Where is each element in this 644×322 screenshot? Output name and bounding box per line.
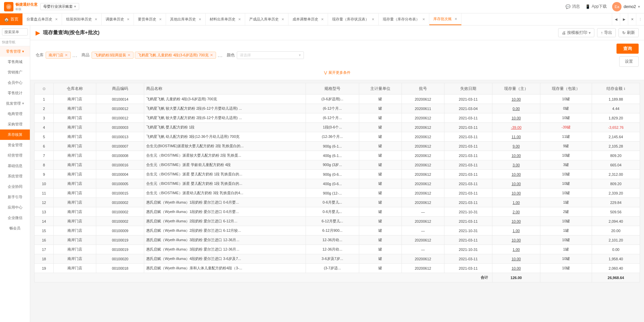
sidebar-item-app-center[interactable]: 应用中心 (0, 202, 30, 213)
tab-xian-cun-1[interactable]: 现存量（库存状况表） ✕ (328, 13, 379, 25)
row-balance: 2,105.28 (592, 142, 640, 151)
messages-button[interactable]: 💬 消息 (566, 4, 580, 9)
sidebar-item-basics[interactable]: 基础信息 (0, 161, 30, 171)
row-unit: 罐 (359, 123, 401, 132)
tab-close-icon[interactable]: ✕ (159, 17, 162, 21)
row-stock-main[interactable]: 10.00 (492, 179, 540, 189)
tab-close-icon[interactable]: ✕ (321, 17, 324, 21)
tab-qi-ta-chu[interactable]: 其他出库单历史 ✕ (166, 13, 206, 25)
sidebar-item-member[interactable]: 会员中心 (0, 77, 30, 88)
row-stock-main[interactable]: -39.00 (492, 123, 540, 132)
tab-pi-ci[interactable]: 库存批次账 ✕ (429, 13, 462, 25)
tab-yao-huo[interactable]: 要货单历史 ✕ (134, 13, 166, 25)
row-balance: -3,652.76 (592, 123, 640, 132)
sidebar-item-retail-stats[interactable]: 零售统计 (0, 88, 30, 98)
row-stock-main[interactable]: 10.00 (492, 151, 540, 160)
row-stock-main[interactable]: 10.00 (492, 170, 540, 179)
tab-xian-cun-2[interactable]: 现存量（库存分布表） ✕ (379, 13, 429, 25)
breadcrumb-dropdown[interactable]: 母婴行业演示账套 ▾ (40, 3, 79, 10)
tab-close-icon[interactable]: ✕ (238, 17, 241, 21)
tab-zu-zhuai[interactable]: 组装拆卸单历史 ✕ (62, 13, 102, 25)
row-stock-main[interactable]: 10.00 (492, 189, 540, 198)
row-balance: 2,312.00 (592, 170, 640, 179)
product-tag-2[interactable]: 飞鹤星飞帆 儿童奶粉 4段(3-6岁适用) 700克 ✕ (135, 52, 216, 59)
tab-cai-liao[interactable]: 材料出库单历史 ✕ (206, 13, 245, 25)
row-stock-main[interactable]: 1.00 (492, 198, 540, 207)
row-warehouse: 南岸门店 (54, 189, 96, 198)
sidebar-item-purchase[interactable]: 采购管理 (0, 119, 30, 129)
top-bar-left: 好 畅捷通好生意 标版 母婴行业演示账套 ▾ (4, 2, 79, 11)
page-actions: 🖨 按模板打印 ▾ ↑ 导出 ↻ 刷新 (558, 28, 639, 37)
sidebar-item-retail-shop[interactable]: 零售商城 (0, 57, 30, 67)
tab-home[interactable]: 🏠 首页 (0, 13, 22, 25)
tab-close-icon[interactable]: ✕ (199, 17, 201, 21)
sidebar-item-retail-mgmt[interactable]: 零售管理 ▾ (0, 46, 30, 57)
user-area[interactable]: Ea demo2 ▾ (612, 2, 640, 11)
export-button[interactable]: ↑ 导出 (597, 28, 616, 37)
sidebar-item-system[interactable]: 系统管理 (0, 171, 30, 181)
tab-close-icon[interactable]: ✕ (55, 17, 58, 21)
search-input[interactable] (2, 28, 28, 36)
sidebar-item-enterprise[interactable]: 企业协同 (0, 181, 30, 192)
tab-close-icon[interactable]: ✕ (95, 17, 97, 21)
row-stock-main[interactable]: 2.00 (492, 207, 540, 217)
tab-chan-pin[interactable]: 产成品入库单历史 ✕ (245, 13, 288, 25)
settings-icon[interactable]: ⚙ (42, 87, 46, 91)
row-warehouse: 南岸门店 (54, 264, 96, 273)
row-num: 9 (35, 170, 54, 179)
tab-close-icon[interactable]: ✕ (372, 17, 374, 21)
sidebar-item-corp-wechat[interactable]: 企业微信 (0, 213, 30, 223)
row-stock-main[interactable]: 1.00 (492, 226, 540, 235)
tag-close-icon[interactable]: ✕ (210, 53, 213, 57)
tab-fen-pan[interactable]: 分量盘点单历史 ✕ (22, 13, 62, 25)
refresh-button[interactable]: ↻ 刷新 (619, 28, 639, 37)
row-warehouse: 南岸门店 (54, 95, 96, 104)
expand-sidebar-button[interactable]: ▶ (36, 29, 40, 37)
warehouse-tag-nanmen[interactable]: 南岸门店 ✕ (46, 52, 71, 59)
sidebar-item-guide[interactable]: 新手引导 (0, 192, 30, 202)
expand-conditions-button[interactable]: ⋁ 展开更多条件 (324, 70, 351, 75)
warehouse-more-icon[interactable]: … (72, 52, 77, 58)
row-stock-main[interactable]: 0.00 (492, 104, 540, 113)
row-stock-main[interactable]: 11.00 (492, 132, 540, 142)
tab-tiao-bo[interactable]: 调拨单历史 ✕ (102, 13, 134, 25)
query-button[interactable]: 查询 (616, 44, 639, 54)
row-stock-main[interactable]: 10.00 (492, 254, 540, 264)
row-batch: 20200612 (401, 95, 444, 104)
sidebar-item-inventory[interactable]: 库存核算 (0, 129, 30, 140)
product-tag-1[interactable]: 飞鹤奶粉3段两提装 ✕ (92, 52, 133, 59)
tab-close-all-button[interactable]: ✕ (628, 13, 636, 25)
tab-next-button[interactable]: ▶ (620, 13, 628, 25)
color-dropdown[interactable]: 请选择 ▾ (237, 51, 304, 59)
template-print-button[interactable]: 🖨 按模板打印 ▾ (558, 28, 594, 37)
tag-close-icon[interactable]: ✕ (127, 53, 130, 57)
row-stock-main[interactable]: 3.00 (492, 160, 540, 170)
product-more-icon[interactable]: … (217, 52, 223, 58)
row-stock-main[interactable]: 9.00 (492, 142, 540, 151)
tab-menu-button[interactable]: ⋮ (636, 13, 644, 25)
tab-prev-button[interactable]: ◀ (612, 13, 620, 25)
arrow-icon: ▾ (22, 49, 24, 54)
tab-close-icon[interactable]: ✕ (127, 17, 129, 21)
row-num: 2 (35, 104, 54, 113)
settings-button[interactable]: 设置 (619, 56, 639, 67)
row-stock-main[interactable]: 10.00 (492, 113, 540, 123)
sidebar-item-member2[interactable]: 畅会员 (0, 223, 30, 233)
sidebar-item-wholesale[interactable]: 批发管理 ▾ (0, 98, 30, 109)
sidebar-item-operations[interactable]: 经营管理 (0, 150, 30, 161)
row-stock-main[interactable]: 10.00 (492, 235, 540, 245)
row-stock-main[interactable]: 10.00 (492, 217, 540, 226)
tag-close-icon[interactable]: ✕ (65, 53, 68, 57)
tab-close-icon[interactable]: ✕ (454, 17, 457, 21)
sidebar-item-finance[interactable]: 资金管理 (0, 140, 30, 150)
app-download-button[interactable]: 📱 App下载 (585, 4, 607, 9)
row-stock-main[interactable]: 10.00 (492, 264, 540, 273)
row-stock-main[interactable]: 1.00 (492, 245, 540, 254)
row-stock-main[interactable]: 10.00 (492, 95, 540, 104)
tab-cheng-ben[interactable]: 成本调整单历史 ✕ (288, 13, 328, 25)
row-unit: 罐 (359, 160, 401, 170)
sidebar-item-ecommerce[interactable]: 电商管理 (0, 109, 30, 119)
sidebar-item-marketing[interactable]: 营销推广 (0, 67, 30, 77)
tab-close-icon[interactable]: ✕ (422, 17, 425, 21)
tab-close-icon[interactable]: ✕ (281, 17, 284, 21)
